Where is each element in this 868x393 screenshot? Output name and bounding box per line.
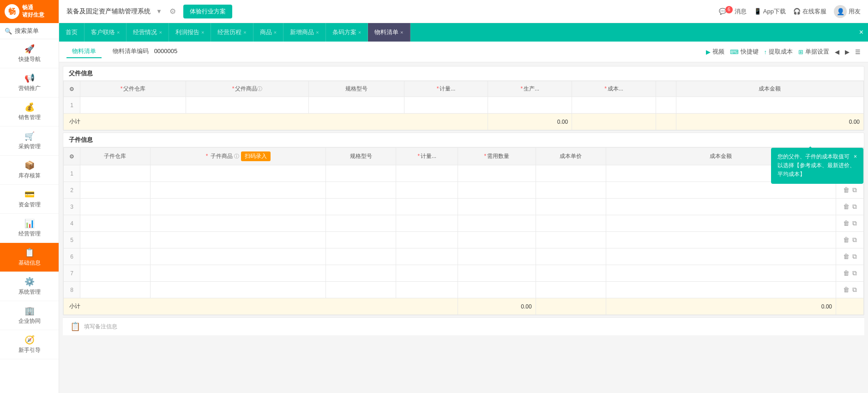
tab-customer[interactable]: 客户联络 ×: [84, 23, 127, 42]
child-r2-unit[interactable]: [396, 182, 458, 199]
tab-history[interactable]: 经营历程 ×: [211, 23, 253, 42]
child-r8-product[interactable]: [150, 282, 326, 298]
parent-product-cell[interactable]: [186, 97, 309, 114]
child-r1-unit-cost[interactable]: [536, 165, 606, 182]
parent-col-settings[interactable]: ⚙: [64, 81, 80, 97]
system-dropdown-icon[interactable]: ▼: [156, 8, 162, 15]
child-r2-cost-amount[interactable]: [606, 182, 836, 199]
child-r5-qty[interactable]: [458, 232, 536, 248]
list-view-btn[interactable]: ☰: [855, 48, 861, 55]
tab-operations[interactable]: 经营情况 ×: [127, 23, 169, 42]
parent-cost-cell[interactable]: [572, 97, 656, 114]
sidebar-item-inventory[interactable]: 📦 库存核算: [0, 156, 59, 185]
child-r6-product[interactable]: [150, 248, 326, 265]
sidebar-item-operations[interactable]: 📊 经营管理: [0, 214, 59, 243]
child-r5-unit[interactable]: [396, 232, 458, 248]
search-menu[interactable]: 🔍 搜索菜单: [0, 23, 59, 39]
child-r2-warehouse[interactable]: [80, 182, 151, 199]
child-r6-cost-amount[interactable]: [606, 248, 836, 265]
child-r7-qty[interactable]: [458, 265, 536, 282]
sidebar-item-enterprise[interactable]: 🏢 企业协同: [0, 301, 59, 330]
child-r8-spec[interactable]: [326, 282, 396, 298]
child-r5-cost-amount[interactable]: [606, 232, 836, 248]
tooltip-close-btn[interactable]: ×: [854, 152, 857, 161]
tab-goods[interactable]: 商品 ×: [253, 23, 283, 42]
parent-cost-amount-cell[interactable]: [676, 97, 863, 114]
parent-spec-cell[interactable]: [309, 97, 404, 114]
child-r7-cost-amount[interactable]: [606, 265, 836, 282]
page-tab-bom-code[interactable]: 物料清单编码 0000005: [107, 45, 183, 58]
sidebar-item-basic-info[interactable]: 📋 基础信息: [0, 243, 59, 272]
child-r8-cost-amount[interactable]: [606, 282, 836, 298]
copy-icon[interactable]: ⧉: [852, 203, 857, 211]
delete-icon[interactable]: 🗑: [843, 269, 850, 277]
child-r3-qty[interactable]: [458, 199, 536, 215]
delete-icon[interactable]: 🗑: [843, 186, 850, 194]
child-r6-warehouse[interactable]: [80, 248, 151, 265]
child-r7-spec[interactable]: [326, 265, 396, 282]
sidebar-item-purchase[interactable]: 🛒 采购管理: [0, 127, 59, 156]
prev-btn[interactable]: ◀: [835, 48, 839, 55]
child-r1-spec[interactable]: [326, 165, 396, 182]
user-action[interactable]: 👤 用友: [834, 5, 861, 18]
page-tab-bom-list[interactable]: 物料清单: [66, 45, 102, 58]
child-r4-spec[interactable]: [326, 215, 396, 232]
delete-icon[interactable]: 🗑: [843, 253, 850, 260]
delete-icon[interactable]: 🗑: [843, 219, 850, 227]
child-r3-cost-amount[interactable]: [606, 199, 836, 215]
tab-profit-close[interactable]: ×: [201, 30, 204, 35]
child-r5-warehouse[interactable]: [80, 232, 151, 248]
tab-customer-close[interactable]: ×: [117, 30, 120, 35]
child-r1-product[interactable]: [150, 165, 326, 182]
child-r4-unit-cost[interactable]: [536, 215, 606, 232]
tab-bom[interactable]: 物料清单 ×: [368, 23, 410, 42]
trial-button[interactable]: 体验行业方案: [183, 5, 232, 18]
child-r4-qty[interactable]: [458, 215, 536, 232]
child-r3-warehouse[interactable]: [80, 199, 151, 215]
copy-icon[interactable]: ⧉: [852, 236, 857, 244]
note-icon[interactable]: 📋: [70, 321, 80, 332]
child-r3-unit[interactable]: [396, 199, 458, 215]
child-r7-unit[interactable]: [396, 265, 458, 282]
child-r2-unit-cost[interactable]: [536, 182, 606, 199]
child-r3-unit-cost[interactable]: [536, 199, 606, 215]
parent-warehouse-cell[interactable]: [80, 97, 186, 114]
tab-home[interactable]: 首页: [59, 23, 84, 42]
tab-bom-close[interactable]: ×: [400, 30, 403, 35]
sidebar-item-guide[interactable]: 🧭 新手引导: [0, 330, 59, 359]
tab-new-goods-close[interactable]: ×: [316, 30, 319, 35]
child-r3-product[interactable]: [150, 199, 326, 215]
child-r6-unit-cost[interactable]: [536, 248, 606, 265]
child-r4-unit[interactable]: [396, 215, 458, 232]
child-r5-product[interactable]: [150, 232, 326, 248]
tab-new-goods[interactable]: 新增商品 ×: [283, 23, 326, 42]
child-col-settings[interactable]: ⚙: [64, 148, 80, 165]
sidebar-item-system[interactable]: ⚙️ 系统管理: [0, 272, 59, 301]
tab-history-close[interactable]: ×: [243, 30, 246, 35]
delete-icon[interactable]: 🗑: [843, 286, 850, 294]
tab-bar-close-icon[interactable]: ×: [855, 28, 868, 36]
sidebar-item-marketing[interactable]: 📢 营销推广: [0, 68, 59, 97]
child-r8-warehouse[interactable]: [80, 282, 151, 298]
child-r1-qty[interactable]: [458, 165, 536, 182]
extract-cost-btn[interactable]: ↑ 提取成本: [764, 48, 793, 56]
copy-icon[interactable]: ⧉: [852, 286, 857, 294]
child-r1-warehouse[interactable]: [80, 165, 151, 182]
app-download-action[interactable]: 📱 App下载: [754, 7, 786, 16]
messages-action[interactable]: 💬 6 消息: [719, 7, 747, 16]
settings-icon[interactable]: ⚙: [169, 7, 176, 16]
next-btn[interactable]: ▶: [845, 48, 850, 55]
tab-profit[interactable]: 利润报告 ×: [169, 23, 211, 42]
parent-unit-cell[interactable]: [404, 97, 488, 114]
child-r6-spec[interactable]: [326, 248, 396, 265]
tab-barcode[interactable]: 条码方案 ×: [326, 23, 368, 42]
child-r4-warehouse[interactable]: [80, 215, 151, 232]
child-r2-spec[interactable]: [326, 182, 396, 199]
child-r3-spec[interactable]: [326, 199, 396, 215]
sidebar-item-sales[interactable]: 💰 销售管理: [0, 97, 59, 127]
child-r6-qty[interactable]: [458, 248, 536, 265]
copy-icon[interactable]: ⧉: [852, 219, 857, 227]
child-r1-unit[interactable]: [396, 165, 458, 182]
copy-icon[interactable]: ⧉: [852, 253, 857, 260]
sidebar-item-finance[interactable]: 💳 资金管理: [0, 185, 59, 214]
